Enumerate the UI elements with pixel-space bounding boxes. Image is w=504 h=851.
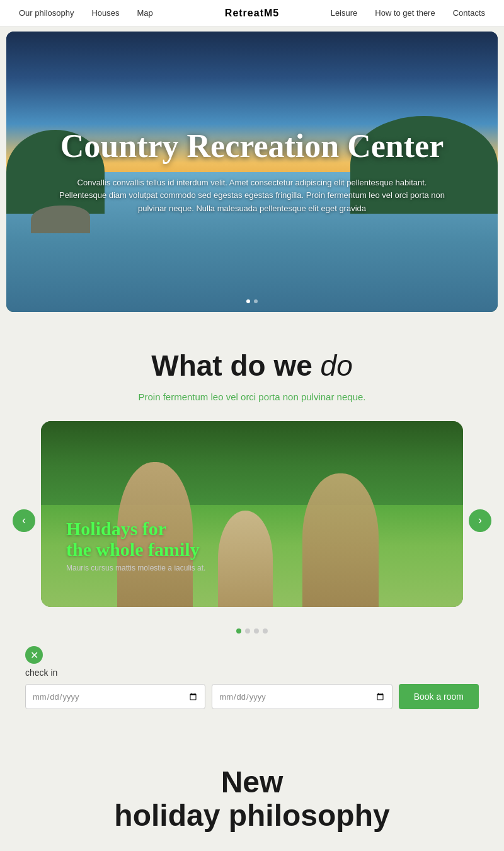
- carousel-dot-2[interactable]: [245, 628, 250, 634]
- hero-dot-1[interactable]: [246, 299, 250, 303]
- carousel-slide-title: Holidays for the whole family: [66, 518, 205, 560]
- booking-section: ✕ check in Book a room: [0, 634, 504, 734]
- nav-brand[interactable]: RetreatM5: [225, 8, 279, 19]
- what-subtext: Proin fermentum leo vel orci porta non p…: [13, 391, 491, 402]
- hero-dots: [246, 299, 258, 303]
- carousel-dot-1[interactable]: [236, 628, 241, 634]
- carousel-dot-4[interactable]: [263, 628, 268, 634]
- nav-link-howtoget[interactable]: How to get there: [375, 8, 435, 18]
- booking-row: Book a room: [25, 684, 479, 709]
- hero-text-block: Country Recreation Center Convallis conv…: [55, 128, 449, 216]
- carousel-container: Holidays for the whole family Mauris cur…: [41, 421, 463, 607]
- carousel-overlay-text: Holidays for the whole family Mauris cur…: [66, 518, 205, 572]
- carousel-section: ‹ Holidays for the whole family Mauris c…: [0, 421, 504, 620]
- hero-section: Country Recreation Center Convallis conv…: [6, 32, 498, 312]
- nav-link-contacts[interactable]: Contacts: [453, 8, 485, 18]
- philosophy-heading: New holiday philosophy: [13, 766, 491, 833]
- carousel-dots: [0, 628, 504, 634]
- carousel-dot-3[interactable]: [254, 628, 259, 634]
- nav-link-leisure[interactable]: Leisure: [331, 8, 358, 18]
- what-heading: What do we do: [13, 349, 491, 383]
- hero-title: Country Recreation Center: [55, 128, 449, 164]
- carousel-next-button[interactable]: ›: [469, 509, 491, 532]
- checkin-date-input[interactable]: [25, 684, 205, 709]
- person-center-figure: [218, 511, 273, 607]
- nav-right: Leisure How to get there Contacts: [331, 8, 485, 18]
- nav-link-houses[interactable]: Houses: [91, 8, 119, 18]
- nav-link-map[interactable]: Map: [137, 8, 153, 18]
- hero-description: Convallis convallis tellus id interdum v…: [55, 177, 449, 216]
- hero-dot-2[interactable]: [254, 299, 258, 303]
- person-right-figure: [302, 473, 379, 607]
- nav-link-philosophy[interactable]: Our philosophy: [19, 8, 74, 18]
- carousel-prev-button[interactable]: ‹: [13, 509, 35, 532]
- navigation: Our philosophy Houses Map RetreatM5 Leis…: [0, 0, 504, 26]
- philosophy-section: New holiday philosophy: [0, 734, 504, 851]
- book-room-button[interactable]: Book a room: [399, 684, 479, 709]
- carousel-slide-subtitle: Mauris cursus mattis molestie a iaculis …: [66, 564, 205, 572]
- carousel-image: [41, 421, 463, 607]
- nav-left: Our philosophy Houses Map: [19, 8, 153, 18]
- checkout-date-input[interactable]: [212, 684, 392, 709]
- what-section: What do we do Proin fermentum leo vel or…: [0, 317, 504, 421]
- booking-icon: ✕: [25, 646, 43, 664]
- booking-label: check in: [25, 668, 479, 678]
